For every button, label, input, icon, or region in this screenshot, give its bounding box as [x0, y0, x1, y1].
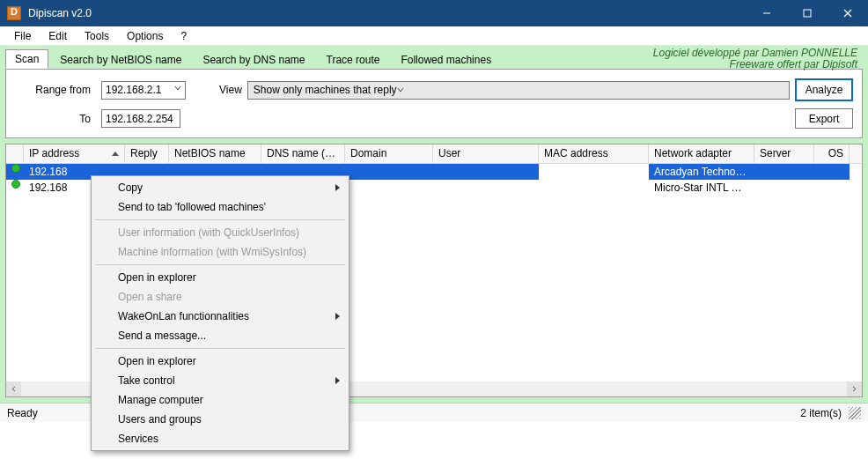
status-up-icon	[11, 164, 20, 173]
status-up-icon	[11, 180, 20, 189]
view-value: Show only machines that reply	[254, 84, 397, 96]
col-adapter[interactable]: Network adapter	[649, 144, 754, 163]
cm-open-explorer-1[interactable]: Open in explorer	[93, 268, 347, 287]
minimize-button[interactable]	[747, 0, 787, 26]
submenu-arrow-icon	[335, 313, 340, 320]
ip-from-value: 192.168.2.1	[106, 84, 161, 96]
cell-os	[814, 180, 850, 196]
scan-panel: Range from 192.168.2.1 View Show only ma…	[5, 69, 863, 138]
cm-user-info: User information (with QuickUserInfos)	[93, 223, 347, 242]
ip-to-input[interactable]	[101, 109, 180, 128]
col-domain[interactable]: Domain	[345, 144, 433, 163]
col-user[interactable]: User	[433, 144, 539, 163]
window-title: Dipiscan v2.0	[28, 7, 747, 19]
cell-adapter: Arcadyan Technolog...	[649, 164, 754, 180]
col-server[interactable]: Server	[754, 144, 814, 163]
cm-manage-computer[interactable]: Manage computer	[93, 390, 347, 410]
cm-wakeonlan[interactable]: WakeOnLan functionnalities	[93, 307, 347, 326]
menubar: File Edit Tools Options ?	[0, 26, 868, 46]
cm-machine-info: Machine information (with WmiSysInfos)	[93, 242, 347, 262]
cm-send-message[interactable]: Send a message...	[93, 326, 347, 345]
titlebar: Dipiscan v2.0	[0, 0, 868, 26]
tab-search-netbios[interactable]: Search by NetBIOS name	[50, 50, 191, 69]
analyze-button[interactable]: Analyze	[795, 78, 853, 101]
cell-domain	[345, 180, 433, 196]
menu-help[interactable]: ?	[172, 28, 195, 44]
cell-mac	[539, 164, 649, 180]
cell-adapter: Micro-Star INTL CO....	[649, 180, 754, 196]
tab-search-dns[interactable]: Search by DNS name	[193, 50, 314, 69]
status-cell	[6, 164, 24, 180]
status-right: 2 item(s)	[800, 407, 842, 419]
cm-copy[interactable]: Copy	[93, 178, 347, 197]
tab-trace-route[interactable]: Trace route	[317, 50, 390, 69]
credits: Logiciel développé par Damien PONNELLE F…	[653, 48, 857, 70]
col-ip[interactable]: IP address	[24, 144, 125, 163]
cm-separator	[95, 264, 345, 265]
col-dns[interactable]: DNS name (FQ...	[261, 144, 345, 163]
cm-separator	[95, 219, 345, 220]
table-header: IP address Reply NetBIOS name DNS name (…	[6, 144, 862, 164]
cell-user	[433, 180, 539, 196]
to-label: To	[15, 113, 96, 125]
col-mac[interactable]: MAC address	[539, 144, 649, 163]
scroll-right-arrow[interactable]	[847, 381, 862, 396]
submenu-arrow-icon	[335, 184, 340, 191]
col-status[interactable]	[6, 144, 24, 163]
export-button[interactable]: Export	[795, 108, 853, 129]
context-menu: Copy Send to tab 'followed machines' Use…	[91, 175, 349, 451]
cm-take-control[interactable]: Take control	[93, 371, 347, 390]
cell-server	[754, 164, 814, 180]
col-reply[interactable]: Reply	[125, 144, 169, 163]
cell-os	[814, 164, 850, 180]
col-netbios[interactable]: NetBIOS name	[169, 144, 261, 163]
cm-open-explorer-2[interactable]: Open in explorer	[93, 352, 347, 371]
menu-edit[interactable]: Edit	[40, 28, 76, 44]
cell-domain	[345, 164, 433, 180]
chevron-down-icon	[174, 85, 181, 92]
status-left: Ready	[7, 407, 38, 419]
credits-line-2: Freeware offert par Dipisoft	[653, 59, 857, 70]
range-from-label: Range from	[15, 84, 96, 96]
submenu-arrow-icon	[335, 377, 340, 384]
cm-services[interactable]: Services	[93, 429, 347, 448]
cell-server	[754, 180, 814, 196]
scroll-left-arrow[interactable]	[6, 381, 21, 396]
ip-from-combo[interactable]: 192.168.2.1	[101, 81, 186, 100]
view-label: View	[219, 84, 242, 96]
app-icon	[7, 6, 21, 20]
maximize-button[interactable]	[787, 0, 828, 26]
cell-mac	[539, 180, 649, 196]
status-cell	[6, 180, 24, 196]
tab-scan[interactable]: Scan	[5, 49, 48, 69]
cm-send-to-tab[interactable]: Send to tab 'followed machines'	[93, 197, 347, 217]
cm-users-groups[interactable]: Users and groups	[93, 410, 347, 429]
cm-open-share: Open a share	[93, 287, 347, 307]
svg-rect-1	[804, 10, 811, 17]
col-os[interactable]: OS	[814, 144, 850, 163]
tab-followed-machines[interactable]: Followed machines	[391, 50, 501, 69]
menu-options[interactable]: Options	[118, 28, 172, 44]
cm-separator	[95, 348, 345, 349]
view-combo[interactable]: Show only machines that reply	[247, 81, 790, 100]
cell-user	[433, 164, 539, 180]
close-button[interactable]	[828, 0, 868, 26]
menu-tools[interactable]: Tools	[76, 28, 118, 44]
resize-grip-icon[interactable]	[849, 407, 861, 419]
chevron-down-icon	[397, 86, 404, 93]
menu-file[interactable]: File	[5, 28, 40, 44]
